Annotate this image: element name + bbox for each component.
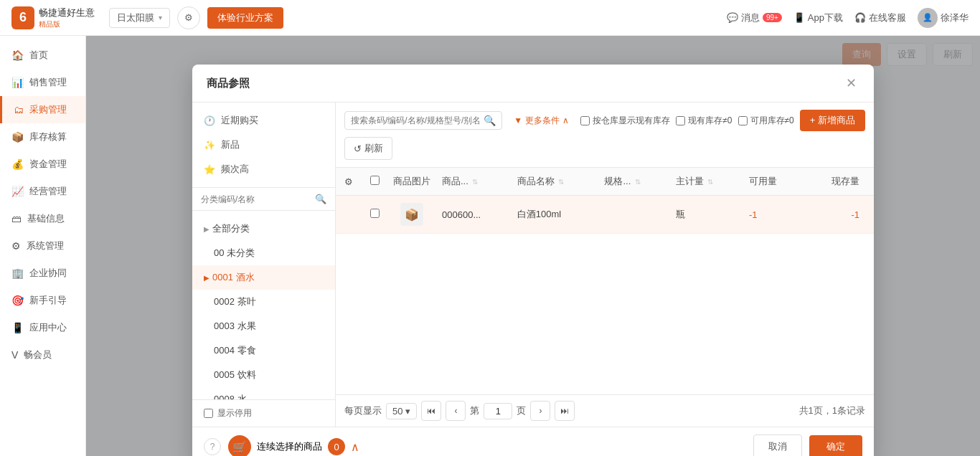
sidebar-item-app-center[interactable]: 📱 应用中心 [0,314,85,341]
confirm-btn[interactable]: 确定 [809,435,862,456]
quick-item-frequent[interactable]: ⭐ 频次高 [192,157,335,181]
quick-list: 🕐 近期购买 ✨ 新品 ⭐ 频次高 [192,103,335,188]
guide-icon: 🎯 [11,295,24,306]
stock-not-zero-checkbox[interactable] [676,116,685,125]
cat-label-0008: 0008 水 [214,393,247,399]
row-img: 📦 [387,196,436,234]
sidebar-item-basic[interactable]: 🗃 基础信息 [0,205,85,232]
app-download-btn[interactable]: 📱 App下载 [793,11,843,24]
user-area[interactable]: 👤 徐泽华 [918,8,969,28]
messages-btn[interactable]: 💬 消息 99+ [727,11,782,24]
check-available-not-zero[interactable]: 可用库存≠0 [738,115,794,127]
quick-item-recent[interactable]: 🕐 近期购买 [192,108,335,133]
refresh-btn[interactable]: ↺ 刷新 [344,137,392,160]
avatar: 👤 [918,8,938,28]
sidebar-operation-label: 经营管理 [29,185,67,198]
logo-area: 6 畅捷通好生意 精品版 [11,6,95,29]
table-body: 📦 000600... 白酒100ml [336,196,874,234]
sort-icon-code[interactable]: ⇅ [472,178,478,186]
cart-icon-btn[interactable]: 🛒 [228,435,251,456]
cat-item-0001[interactable]: ▶ 0001 酒水 [192,265,335,290]
sort-icon-name[interactable]: ⇅ [558,178,564,186]
brand-badge: 精品版 [39,19,95,29]
cat-arrow-0001: ▶ [204,274,209,282]
content-area: 查询 设置 刷新 商品参照 ✕ 🕐 [86,36,980,456]
cancel-btn[interactable]: 取消 [753,434,802,456]
cat-label-00: 00 未分类 [214,247,255,260]
table-row[interactable]: 📦 000600... 白酒100ml [336,196,874,234]
gear-col-icon[interactable]: ⚙ [344,176,353,187]
trial-button[interactable]: 体验行业方案 [207,7,283,29]
sidebar-item-sales[interactable]: 📊 销售管理 [0,69,85,96]
sort-icon-spec[interactable]: ⇅ [635,178,641,186]
last-page-icon: ⏭ [560,406,569,416]
warehouse-label: 按仓库显示现有库存 [593,115,670,127]
store-selector[interactable]: 日太阳膜 ▾ [109,8,170,28]
select-all-checkbox[interactable] [370,176,380,185]
sidebar-item-purchase[interactable]: 🗂 采购管理 [0,96,85,123]
cat-item-0005[interactable]: 0005 饮料 [192,363,335,387]
page-input[interactable] [484,403,512,419]
sidebar-assets-label: 资金管理 [29,158,67,171]
prev-page-btn[interactable]: ‹ [446,401,466,421]
next-page-btn[interactable]: › [530,401,550,421]
brand-name: 畅捷通好生意 [39,6,95,19]
product-search-icon[interactable]: 🔍 [484,115,496,126]
available-not-zero-label: 可用库存≠0 [750,115,794,127]
settings-btn[interactable]: ⚙ [177,6,200,29]
brand-text: 畅捷通好生意 精品版 [39,6,95,29]
available-not-zero-checkbox[interactable] [738,116,748,125]
col-spec: 规格... ⇅ [598,168,669,196]
add-product-btn[interactable]: + 新增商品 [800,110,865,131]
row-check [362,196,387,234]
warehouse-checkbox[interactable] [580,116,590,125]
per-page-select[interactable]: 50 ▾ [386,403,417,419]
sidebar-item-home[interactable]: 🏠 首页 [0,42,85,69]
app-download-label: App下载 [808,11,843,24]
col-code-label: 商品... [442,176,468,186]
quick-frequent-label: 频次高 [221,163,249,176]
gear-icon: ⚙ [184,12,193,23]
product-search-input[interactable] [351,115,484,125]
sidebar-item-enterprise[interactable]: 🏢 企业协同 [0,260,85,287]
cat-item-0003[interactable]: 0003 水果 [192,314,335,338]
sidebar-basic-label: 基础信息 [27,212,65,225]
filter-btn[interactable]: ▼ 更多条件 ∧ [508,112,575,130]
top-nav: 6 畅捷通好生意 精品版 日太阳膜 ▾ ⚙ 体验行业方案 💬 消息 99+ 📱 … [0,0,980,36]
cat-item-all[interactable]: ▶ 全部分类 [192,217,335,241]
show-disabled-checkbox[interactable] [204,409,213,418]
sidebar-item-inventory[interactable]: 📦 库存核算 [0,123,85,151]
store-arrow: ▾ [159,14,162,22]
right-panel: 🔍 ▼ 更多条件 ∧ 按仓库显示现有库存 [336,103,874,427]
quick-item-new[interactable]: ✨ 新品 [192,133,335,157]
modal-close-btn[interactable]: ✕ [842,75,859,92]
cat-item-0004[interactable]: 0004 零食 [192,338,335,363]
quick-recent-label: 近期购买 [221,114,258,127]
check-warehouse[interactable]: 按仓库显示现有库存 [580,115,670,127]
sidebar-item-system[interactable]: ⚙ 系统管理 [0,232,85,260]
modal-title: 商品参照 [207,77,250,90]
sidebar-inventory-label: 库存核算 [29,130,67,143]
sidebar-item-assets[interactable]: 💰 资金管理 [0,151,85,178]
row-checkbox[interactable] [370,209,380,218]
first-page-btn[interactable]: ⏮ [421,401,441,421]
per-page-label: 每页显示 [344,404,382,417]
sidebar-item-operation[interactable]: 📈 经营管理 [0,178,85,205]
cat-item-0008[interactable]: 0008 水 [192,387,335,399]
sales-icon: 📊 [11,77,24,88]
online-service-btn[interactable]: 🎧 在线客服 [854,11,906,24]
collapse-cart-btn[interactable]: ∧ [351,440,359,454]
sidebar-item-guide[interactable]: 🎯 新手引导 [0,287,85,314]
sidebar-item-member[interactable]: V 畅会员 [0,341,85,369]
cat-item-0002[interactable]: 0002 茶叶 [192,290,335,314]
check-stock-not-zero[interactable]: 现有库存≠0 [676,115,732,127]
cat-item-00[interactable]: 00 未分类 [192,241,335,265]
category-search-icon[interactable]: 🔍 [315,194,326,204]
col-spec-label: 规格... [604,176,631,186]
show-disabled-area: 显示停用 [192,399,335,427]
help-btn[interactable]: ? [204,438,221,455]
last-page-btn[interactable]: ⏭ [555,401,575,421]
product-thumbnail: 📦 [400,203,423,226]
sort-icon-unit[interactable]: ⇅ [707,178,713,186]
category-search-input[interactable] [201,194,311,204]
